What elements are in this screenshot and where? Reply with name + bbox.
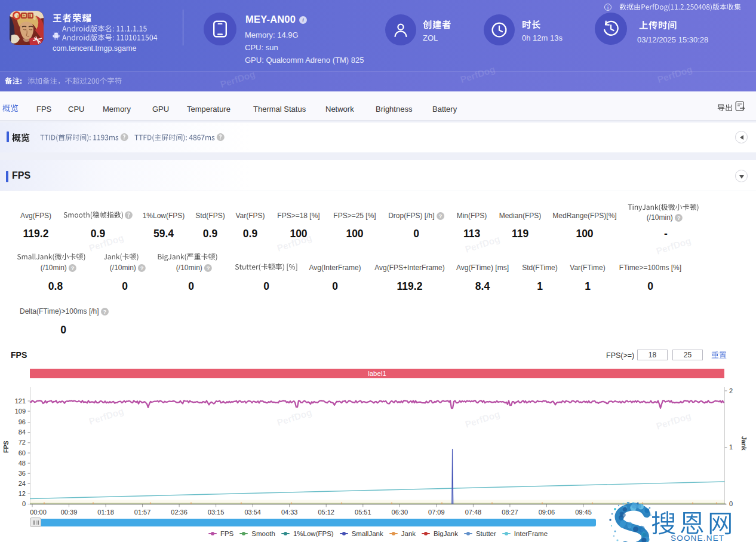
svg-text:1: 1 bbox=[729, 443, 733, 451]
svg-text:00:00: 00:00 bbox=[30, 509, 47, 516]
svg-text:0: 0 bbox=[22, 500, 26, 507]
svg-text:01:18: 01:18 bbox=[97, 509, 114, 516]
svg-text:FPS: FPS bbox=[2, 441, 10, 453]
svg-text:2: 2 bbox=[729, 387, 733, 394]
svg-text:12: 12 bbox=[19, 490, 26, 497]
svg-text:06:30: 06:30 bbox=[392, 509, 408, 516]
svg-text:96: 96 bbox=[19, 418, 26, 425]
svg-text:84: 84 bbox=[19, 428, 26, 436]
svg-text:03:54: 03:54 bbox=[244, 509, 261, 516]
svg-text:08:27: 08:27 bbox=[502, 509, 518, 516]
svg-text:03:15: 03:15 bbox=[208, 509, 225, 516]
svg-text:121: 121 bbox=[15, 397, 26, 405]
svg-text:SOONE.NET: SOONE.NET bbox=[671, 534, 724, 542]
svg-text:24: 24 bbox=[19, 480, 26, 487]
svg-text:02:36: 02:36 bbox=[171, 509, 188, 516]
svg-text:05:51: 05:51 bbox=[355, 509, 371, 516]
svg-text:05:12: 05:12 bbox=[318, 509, 334, 516]
svg-text:04:33: 04:33 bbox=[281, 509, 298, 516]
svg-text:00:39: 00:39 bbox=[61, 509, 78, 516]
svg-text:07:09: 07:09 bbox=[428, 509, 445, 516]
svg-text:Jank: Jank bbox=[740, 436, 748, 451]
svg-text:36: 36 bbox=[19, 470, 26, 477]
svg-text:72: 72 bbox=[19, 439, 26, 446]
svg-text:07:48: 07:48 bbox=[465, 509, 482, 516]
svg-text:09:06: 09:06 bbox=[539, 509, 555, 516]
svg-text:01:57: 01:57 bbox=[134, 509, 151, 516]
svg-text:109: 109 bbox=[15, 408, 26, 415]
svg-text:09:45: 09:45 bbox=[575, 509, 592, 516]
svg-text:60: 60 bbox=[19, 449, 26, 457]
svg-text:48: 48 bbox=[19, 460, 26, 467]
